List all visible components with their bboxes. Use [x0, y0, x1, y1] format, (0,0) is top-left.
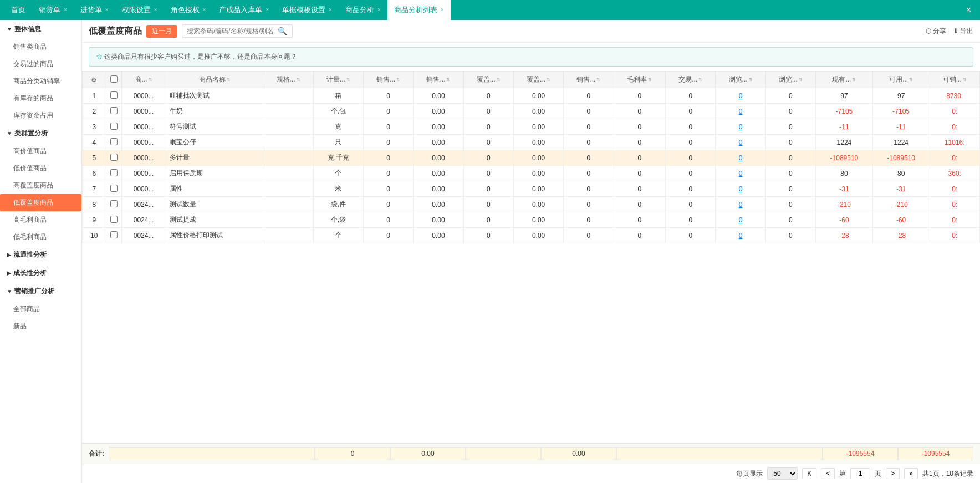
sidebar-section-marketing[interactable]: ▼ 营销推广分析: [0, 282, 81, 301]
row-checkbox[interactable]: [106, 88, 121, 104]
nav-close-sales[interactable]: ×: [64, 0, 67, 20]
row-view1[interactable]: 0: [716, 104, 765, 119]
page-size-select[interactable]: 50 10 20 100: [767, 467, 798, 480]
row-view1[interactable]: 0: [716, 166, 765, 181]
row-checkbox[interactable]: [106, 104, 121, 119]
nav-purchase-order[interactable]: 进货单 ×: [74, 0, 115, 20]
sidebar-item-high-profit[interactable]: 高毛利商品: [0, 211, 81, 228]
row-checkbox[interactable]: [106, 228, 121, 243]
sidebar-item-sales-products[interactable]: 销售类商品: [0, 38, 81, 55]
col-sales3[interactable]: 销售...⇅: [564, 72, 614, 88]
search-icon[interactable]: 🔍: [278, 27, 287, 35]
nav-close-purchase[interactable]: ×: [105, 0, 109, 20]
nav-close-role[interactable]: ×: [203, 0, 206, 20]
prev-page-btn[interactable]: <: [821, 468, 835, 479]
row-checkbox[interactable]: [106, 181, 121, 197]
col-cover1[interactable]: 覆盖...⇅: [463, 72, 513, 88]
table-container[interactable]: ⚙ 商...⇅ 商品名称⇅ 规格...⇅ 计量...⇅ 销售...⇅ 销售...…: [82, 71, 980, 443]
sidebar-item-in-stock-products[interactable]: 有库存的商品: [0, 90, 81, 107]
sidebar-item-all-products[interactable]: 全部商品: [0, 301, 81, 318]
row-select-checkbox[interactable]: [110, 216, 118, 223]
sidebar-section-growth[interactable]: ▶ 成长性分析: [0, 264, 81, 282]
col-unit[interactable]: 计量...⇅: [313, 72, 363, 88]
row-view1[interactable]: 0: [716, 181, 765, 197]
col-settings[interactable]: ⚙: [83, 72, 106, 88]
page-number-input[interactable]: [850, 468, 870, 479]
sidebar-item-high-value[interactable]: 高价值商品: [0, 143, 81, 160]
last-page-btn[interactable]: »: [904, 468, 918, 479]
select-all-checkbox[interactable]: [110, 75, 118, 83]
col-view2[interactable]: 浏览...⇅: [765, 72, 815, 88]
nav-sales-order[interactable]: 销货单 ×: [32, 0, 74, 20]
col-name[interactable]: 商品名称⇅: [166, 72, 263, 88]
col-view1[interactable]: 浏览...⇅: [716, 72, 765, 88]
nav-analysis-list[interactable]: 商品分析列表 ×: [387, 0, 451, 20]
nav-close-template[interactable]: ×: [329, 0, 332, 20]
nav-template-settings[interactable]: 单据模板设置 ×: [275, 0, 339, 20]
sidebar-section-category-analysis[interactable]: ▼ 类群置分析: [0, 124, 81, 143]
row-select-checkbox[interactable]: [110, 200, 118, 207]
nav-close-analysis-list[interactable]: ×: [441, 0, 444, 20]
col-gross-rate[interactable]: 毛利率⇅: [614, 72, 666, 88]
col-sales-amt[interactable]: 销售...⇅: [414, 72, 463, 88]
window-close-btn[interactable]: ×: [962, 5, 976, 15]
row-select-checkbox[interactable]: [110, 107, 118, 114]
row-view1[interactable]: 0: [716, 212, 765, 228]
row-select-checkbox[interactable]: [110, 123, 118, 130]
nav-home[interactable]: 首页: [4, 0, 32, 20]
row-view1[interactable]: 0: [716, 197, 765, 212]
sidebar-item-traded-products[interactable]: 交易过的商品: [0, 55, 81, 73]
row-select-checkbox[interactable]: [110, 154, 118, 161]
row-select-checkbox[interactable]: [110, 185, 118, 192]
nav-product-analysis[interactable]: 商品分析 ×: [339, 0, 387, 20]
row-view1[interactable]: 0: [716, 135, 765, 150]
col-checkbox[interactable]: [106, 72, 121, 88]
row-cover1: 0: [463, 181, 513, 197]
nav-close-analysis[interactable]: ×: [377, 0, 381, 20]
row-view1[interactable]: 0: [716, 88, 765, 104]
sidebar-item-low-profit[interactable]: 低毛利商品: [0, 228, 81, 246]
sidebar-item-high-coverage[interactable]: 高覆盖度商品: [0, 177, 81, 194]
nav-permission-settings[interactable]: 权限设置 ×: [115, 0, 164, 20]
col-code[interactable]: 商...⇅: [121, 72, 166, 88]
col-cover2[interactable]: 覆盖...⇅: [513, 72, 563, 88]
sidebar-item-new-products[interactable]: 新品: [0, 318, 81, 335]
row-current-stock: -28: [816, 228, 873, 243]
sidebar-section-overall[interactable]: ▼ 整体信息: [0, 20, 81, 38]
row-checkbox[interactable]: [106, 212, 121, 228]
next-page-btn[interactable]: >: [886, 468, 900, 479]
row-view1[interactable]: 0: [716, 228, 765, 243]
col-spec[interactable]: 规格...⇅: [263, 72, 313, 88]
share-btn[interactable]: ⬡ 分享: [926, 27, 946, 36]
row-view1[interactable]: 0: [716, 119, 765, 135]
row-checkbox[interactable]: [106, 150, 121, 166]
row-checkbox[interactable]: [106, 119, 121, 135]
row-available: -60: [872, 212, 930, 228]
sidebar-section-liquidity[interactable]: ▶ 流通性分析: [0, 246, 81, 264]
col-trade[interactable]: 交易...⇅: [666, 72, 716, 88]
row-select-checkbox[interactable]: [110, 231, 118, 238]
col-saleable[interactable]: 可销...⇅: [930, 72, 980, 88]
search-input[interactable]: [187, 27, 275, 35]
time-filter-btn[interactable]: 近一月: [146, 25, 177, 38]
col-sales-qty[interactable]: 销售...⇅: [364, 72, 414, 88]
row-select-checkbox[interactable]: [110, 138, 118, 145]
nav-product-inbound[interactable]: 产成品入库单 ×: [212, 0, 275, 20]
row-checkbox[interactable]: [106, 166, 121, 181]
nav-role-auth[interactable]: 角色授权 ×: [164, 0, 213, 20]
export-btn[interactable]: ⬇ 导出: [953, 27, 973, 36]
sidebar-item-stock-capital[interactable]: 库存资金占用: [0, 107, 81, 124]
row-select-checkbox[interactable]: [110, 91, 118, 99]
first-page-btn[interactable]: K: [802, 468, 816, 479]
row-checkbox[interactable]: [106, 197, 121, 212]
sidebar-item-category-sales-rate[interactable]: 商品分类动销率: [0, 73, 81, 90]
nav-close-inbound[interactable]: ×: [266, 0, 269, 20]
row-select-checkbox[interactable]: [110, 169, 118, 176]
nav-close-permission[interactable]: ×: [154, 0, 157, 20]
sidebar-item-low-coverage[interactable]: 低覆盖度商品: [0, 194, 81, 211]
row-checkbox[interactable]: [106, 135, 121, 150]
row-view1[interactable]: 0: [716, 150, 765, 166]
col-current-stock[interactable]: 现有...⇅: [816, 72, 873, 88]
sidebar-item-low-value[interactable]: 低价值商品: [0, 160, 81, 177]
col-available[interactable]: 可用...⇅: [872, 72, 930, 88]
